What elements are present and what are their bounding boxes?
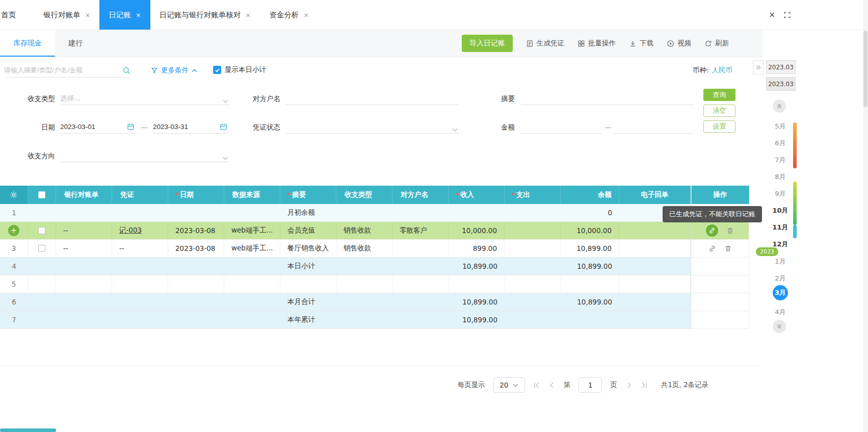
subtab-ccb[interactable]: 建行 — [55, 30, 96, 57]
horizontal-scrollbar-thumb[interactable] — [0, 428, 56, 432]
last-page-button[interactable] — [641, 382, 648, 389]
timeline-month[interactable]: 8月 — [763, 172, 798, 182]
refresh-button[interactable]: 刷新 — [704, 39, 729, 48]
vertical-scrollbar-thumb[interactable] — [863, 31, 867, 107]
direction-select[interactable] — [60, 149, 229, 162]
close-icon[interactable]: × — [769, 10, 775, 19]
vertical-scrollbar[interactable] — [863, 0, 868, 432]
type-select[interactable]: 选择... — [60, 92, 229, 105]
tab-close-icon[interactable]: × — [303, 11, 309, 19]
summary-cell: 本年累计 — [280, 311, 336, 328]
tool-label: 下载 — [640, 39, 653, 48]
settings-button[interactable]: 设置 — [703, 120, 735, 133]
tab-home[interactable]: 首页 — [0, 0, 19, 30]
first-page-button[interactable] — [533, 382, 540, 389]
subtab-cash[interactable]: 库存现金 — [0, 30, 55, 57]
tab-close-icon[interactable]: × — [85, 11, 91, 19]
tab-bank-statement[interactable]: 银行对账单× — [34, 0, 99, 30]
sidebar-collapse-button[interactable] — [753, 60, 764, 74]
table-row: 4 本日小计 10,899.00 10,899.00 — [0, 258, 749, 275]
cell — [336, 204, 392, 221]
video-button[interactable]: 视频 — [667, 39, 691, 48]
select-all-checkbox[interactable] — [28, 186, 56, 204]
fullscreen-icon[interactable] — [783, 11, 791, 19]
table-row[interactable]: 3 -- -- 2023-03-08 web端手工... 餐厅销售收入 销售收款… — [0, 240, 749, 258]
timeline-month-active[interactable]: 3月 — [773, 285, 788, 300]
search-input[interactable] — [4, 66, 120, 74]
type-cell: 销售收款 — [336, 240, 392, 257]
per-page-select[interactable]: 20 — [493, 377, 525, 393]
next-page-button[interactable] — [625, 382, 633, 389]
amount-min-input[interactable] — [521, 123, 601, 131]
cell — [28, 275, 56, 293]
calendar-icon[interactable] — [127, 123, 135, 132]
counterparty-input[interactable] — [285, 94, 459, 102]
tab-journal[interactable]: 日记账× — [99, 0, 150, 30]
link-voucher-icon[interactable] — [708, 245, 716, 252]
batch-operations-button[interactable]: 批量操作 — [577, 39, 616, 48]
date-label: 日期 — [9, 120, 55, 134]
delete-icon[interactable] — [724, 245, 732, 252]
timeline-month[interactable]: 7月 — [763, 156, 798, 165]
row-checkbox[interactable] — [38, 245, 45, 252]
timeline-month[interactable]: 11月 — [763, 223, 798, 232]
calendar-icon[interactable] — [220, 123, 227, 132]
cell — [56, 311, 112, 328]
download-button[interactable]: 下载 — [629, 39, 653, 48]
column-settings-button[interactable] — [0, 186, 28, 204]
page-number-input[interactable]: 1 — [578, 377, 602, 393]
generate-voucher-button[interactable]: 生成凭证 — [526, 39, 564, 48]
cell — [112, 275, 168, 293]
cell — [561, 311, 619, 328]
search-icon[interactable] — [122, 66, 130, 74]
counterparty-label: 对方户名 — [234, 92, 280, 105]
amount-max-input[interactable] — [613, 123, 693, 131]
date-to-input[interactable] — [153, 123, 228, 131]
import-journal-button[interactable]: 导入日记账 — [462, 35, 513, 52]
scroll-down-button[interactable] — [773, 320, 786, 333]
header-label: 收支类型 — [345, 190, 372, 199]
timeline-month[interactable]: 2月 — [763, 274, 798, 283]
tab-journal-bank-check[interactable]: 日记账与银行对账单核对× — [150, 0, 260, 30]
clear-button[interactable]: 清空 — [703, 105, 735, 117]
more-conditions-toggle[interactable]: 更多条件 — [151, 66, 197, 75]
cell — [56, 293, 112, 311]
timeline-month[interactable]: 1月 — [763, 257, 798, 266]
cell — [56, 258, 112, 275]
prev-page-button[interactable] — [548, 382, 556, 389]
header-receipt: 电子回单 — [619, 186, 691, 204]
timeline-month[interactable]: 10月 — [763, 206, 798, 215]
timeline-month[interactable]: 5月 — [763, 122, 798, 131]
period-box[interactable]: 2023.03 — [766, 60, 796, 74]
table-row[interactable]: + -- 记-003 2023-03-08 web端手工... 会员充值 销售收… — [0, 222, 749, 240]
show-subtotal-checkbox[interactable]: 显示本日小计 — [213, 65, 266, 74]
voucher-status-select[interactable] — [285, 120, 459, 134]
timeline-month[interactable]: 9月 — [763, 189, 798, 198]
date-from-input[interactable] — [60, 123, 136, 131]
row-checkbox[interactable] — [38, 227, 45, 234]
income-cell: 10,899.00 — [449, 311, 505, 328]
more-conditions-label: 更多条件 — [161, 66, 189, 75]
link-voucher-icon[interactable] — [706, 224, 718, 237]
currency-value[interactable]: 人民币 — [712, 66, 733, 75]
timeline-month[interactable]: 4月 — [763, 308, 798, 317]
cell — [224, 275, 280, 293]
tab-fund-analysis[interactable]: 资金分析× — [260, 0, 318, 30]
period-box[interactable]: 2023.03 — [766, 77, 796, 91]
delete-icon[interactable] — [726, 227, 734, 235]
scroll-up-button[interactable] — [773, 99, 786, 113]
voucher-link[interactable]: 记-003 — [119, 226, 142, 235]
row-number: 5 — [0, 275, 28, 293]
tab-close-icon[interactable]: × — [136, 11, 141, 19]
tab-close-icon[interactable]: × — [245, 11, 251, 19]
summary-input[interactable] — [521, 94, 693, 102]
cell — [619, 222, 691, 239]
voucher-status-label: 凭证状态 — [234, 120, 280, 134]
grid-icon — [577, 40, 585, 47]
actions-cell — [691, 275, 749, 293]
query-button[interactable]: 查询 — [703, 89, 735, 101]
header-date: *日期 — [168, 186, 224, 204]
add-row-button[interactable]: + — [8, 225, 19, 236]
timeline-month[interactable]: 6月 — [763, 139, 798, 148]
summary-cell: 本日小计 — [280, 258, 336, 275]
